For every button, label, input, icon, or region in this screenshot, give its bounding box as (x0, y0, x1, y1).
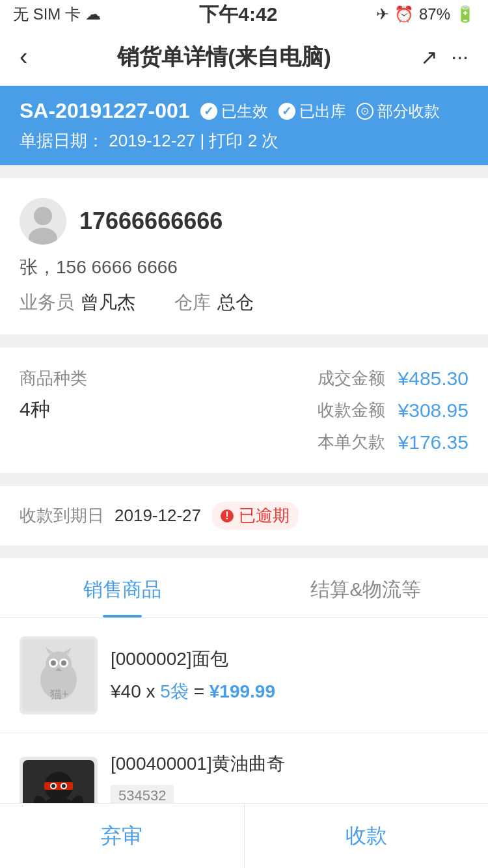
overdue-dot-icon: ! (221, 509, 234, 522)
salesperson-value: 曾凡杰 (81, 290, 135, 315)
product-image-1: 猫+ (20, 636, 98, 714)
overdue-badge: ! 已逾期 (211, 502, 299, 530)
amount-label: 成交金额 (318, 367, 385, 390)
svg-point-9 (61, 660, 66, 666)
alarm-icon: ⏰ (394, 5, 414, 23)
product-qty-1: 5袋 (160, 681, 189, 701)
tabs-header: 销售商品 结算&物流等 (0, 558, 488, 618)
svg-point-20 (62, 784, 66, 788)
product-item: 猫+ [0000002]面包 ¥40 x 5袋 = ¥199.99 (0, 618, 488, 733)
customer-id: 17666666666 (79, 208, 223, 235)
svg-text:猫+: 猫+ (50, 688, 69, 701)
salesperson-label: 业务员 (20, 290, 74, 315)
category-label: 商品种类 (20, 367, 87, 390)
check-icon-2: ✓ (278, 103, 295, 120)
location-icon: ✈ (376, 5, 389, 23)
received-label: 收款金额 (318, 399, 385, 422)
warehouse-value: 总仓 (217, 290, 254, 315)
status-right: ✈ ⏰ 87% 🔋 (376, 5, 475, 23)
received-value: ¥308.95 (398, 400, 468, 422)
avatar-icon (20, 198, 66, 245)
check-icon-1: ✓ (200, 103, 217, 120)
tab-products[interactable]: 销售商品 (0, 558, 244, 617)
sim-status: 无 SIM 卡 ☁ (13, 4, 101, 25)
amount-value: ¥485.30 (398, 368, 468, 390)
svg-point-1 (34, 207, 52, 225)
owed-label: 本单欠款 (318, 431, 385, 454)
customer-avatar (20, 198, 66, 245)
more-button[interactable]: ··· (451, 45, 468, 69)
cancel-review-button[interactable]: 弃审 (0, 804, 245, 868)
nav-actions: ↗ ··· (420, 45, 468, 70)
product-price-1: ¥40 x 5袋 = ¥199.99 (111, 679, 468, 704)
clock-icon: ⊙ (357, 103, 373, 120)
customer-section: 17666666666 张，156 6666 6666 业务员 曾凡杰 仓库 总… (0, 178, 488, 334)
customer-phone: 张，156 6666 6666 (20, 255, 468, 280)
status-left: 无 SIM 卡 ☁ (13, 4, 101, 25)
product-thumbnail-1: 猫+ (23, 640, 94, 711)
order-header-banner: SA-20191227-001 ✓ 已生效 ✓ 已出库 ⊙ 部分收款 单据日期：… (0, 86, 488, 165)
overdue-text: 已逾期 (239, 504, 290, 527)
bottom-bar: 弃审 收款 (0, 803, 488, 868)
due-date-section: 收款到期日 2019-12-27 ! 已逾期 (0, 486, 488, 545)
due-date-value: 2019-12-27 (115, 506, 201, 526)
status-bar: 无 SIM 卡 ☁ 下午4:42 ✈ ⏰ 87% 🔋 (0, 0, 488, 29)
order-id: SA-20191227-001 (20, 99, 190, 123)
back-button[interactable]: ‹ (20, 43, 28, 71)
owed-value: ¥176.35 (398, 431, 468, 454)
battery-level: 87% (419, 5, 450, 23)
due-date-label: 收款到期日 (20, 504, 104, 527)
status-time: 下午4:42 (199, 1, 277, 28)
order-date-info: 单据日期： 2019-12-27 | 打印 2 次 (20, 129, 468, 152)
svg-point-8 (51, 660, 56, 666)
product-info-1: [0000002]面包 ¥40 x 5袋 = ¥199.99 (111, 647, 468, 704)
nav-bar: ‹ 销货单详情(来自电脑) ↗ ··· (0, 29, 488, 86)
svg-point-19 (51, 784, 55, 788)
product-name-1: [0000002]面包 (111, 647, 468, 671)
share-button[interactable]: ↗ (420, 45, 438, 70)
product-total-1: ¥199.99 (210, 681, 275, 701)
summary-section: 商品种类 4种 成交金额 ¥485.30 收款金额 ¥308.95 本单欠款 ¥… (0, 347, 488, 473)
category-value: 4种 (20, 396, 87, 423)
tab-settlement[interactable]: 结算&物流等 (244, 558, 488, 617)
collect-payment-button[interactable]: 收款 (245, 804, 489, 868)
warehouse-label: 仓库 (174, 290, 211, 315)
product-name-2: [000400001]黄油曲奇 (111, 752, 468, 776)
customer-meta: 业务员 曾凡杰 仓库 总仓 (20, 290, 468, 315)
status-shipped: ✓ 已出库 (278, 101, 346, 122)
status-effective: ✓ 已生效 (200, 101, 268, 122)
status-partial-paid: ⊙ 部分收款 (357, 101, 440, 122)
page-title: 销货单详情(来自电脑) (117, 42, 331, 72)
battery-icon: 🔋 (455, 5, 475, 23)
svg-rect-16 (44, 782, 73, 790)
